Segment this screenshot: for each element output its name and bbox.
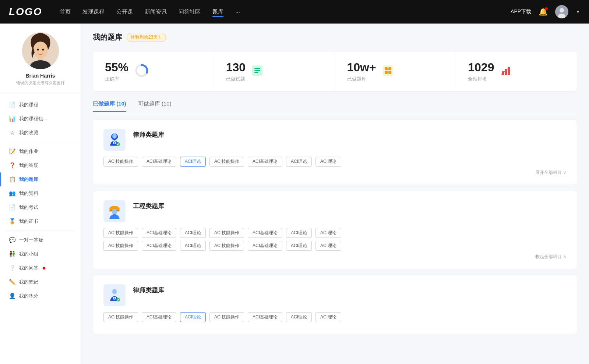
navbar-menu: 首页 发现课程 公开课 新闻资讯 问答社区 题库 ··· bbox=[60, 7, 511, 17]
sidebar-item-qbank[interactable]: 📋 我的题库 bbox=[0, 172, 81, 186]
svg-rect-20 bbox=[388, 71, 391, 74]
sidebar-profile: Brian Harris 错误的决定比没有决定要好 bbox=[0, 32, 81, 93]
stat-correct-rate-value: 55% bbox=[105, 60, 128, 74]
tab-done-banks[interactable]: 已做题库 (10) bbox=[93, 100, 126, 112]
profile-motto: 错误的决定比没有决定要好 bbox=[16, 80, 65, 86]
qbank-title-1: 律师类题库 bbox=[133, 129, 164, 141]
tag[interactable]: ACI技能操作 bbox=[209, 312, 244, 322]
sidebar: Brian Harris 错误的决定比没有决定要好 📄 我的课程 📊 我的课程包… bbox=[0, 24, 81, 364]
profile-avatar bbox=[22, 32, 59, 69]
nav-qa[interactable]: 问答社区 bbox=[179, 7, 201, 17]
sidebar-item-qa[interactable]: ❓ 我的答疑 bbox=[0, 158, 81, 172]
tag[interactable]: ACI基础理论 bbox=[248, 228, 282, 238]
tag[interactable]: ACI理论 bbox=[315, 228, 341, 238]
tag[interactable]: ACI技能操作 bbox=[103, 157, 138, 167]
lawyer-bank-icon bbox=[103, 129, 126, 151]
tag[interactable]: ACI基础理论 bbox=[142, 241, 176, 251]
tag[interactable]: ACI理论 bbox=[180, 241, 206, 251]
page-title-row: 我的题库 体验剩余23天！ bbox=[93, 32, 577, 42]
tags-row-1: ACI技能操作 ACI基础理论 ACI理论 ACI技能操作 ACI基础理论 AC… bbox=[103, 157, 567, 167]
qbank-card-2: 工程类题库 ACI技能操作 ACI基础理论 ACI理论 ACI技能操作 ACI基… bbox=[93, 191, 577, 269]
engineer-bank-icon bbox=[103, 200, 126, 222]
tag[interactable]: ACI基础理论 bbox=[142, 157, 176, 167]
tag[interactable]: ACI理论 bbox=[286, 312, 312, 322]
sidebar-item-label: 我的课程 bbox=[19, 101, 38, 108]
nav-qbank[interactable]: 题库 bbox=[212, 7, 223, 17]
question-dot bbox=[43, 267, 45, 270]
tag[interactable]: ACI基础理论 bbox=[248, 241, 282, 251]
tag[interactable]: ACI理论 bbox=[315, 312, 341, 322]
tab-available-banks[interactable]: 可做题库 (10) bbox=[138, 100, 172, 112]
qbank-title-2: 工程类题库 bbox=[133, 200, 164, 213]
sidebar-item-notes[interactable]: ✏️ 我的笔记 bbox=[0, 275, 81, 289]
nav-open-course[interactable]: 公开课 bbox=[116, 7, 133, 17]
cert-icon: 🏅 bbox=[9, 218, 15, 225]
sidebar-item-label: 我的课程包... bbox=[19, 115, 47, 122]
tag[interactable]: ACI基础理论 bbox=[248, 157, 282, 167]
tag[interactable]: ACI技能操作 bbox=[103, 312, 138, 322]
sidebar-item-group[interactable]: 👫 我的小组 bbox=[0, 247, 81, 261]
stat-correct-rate: 55% 正确率 bbox=[93, 51, 214, 91]
grid-icon bbox=[382, 65, 394, 78]
nav-home[interactable]: 首页 bbox=[60, 7, 71, 17]
nav-discover[interactable]: 发现课程 bbox=[82, 7, 105, 17]
qa-icon: ❓ bbox=[9, 162, 15, 169]
sidebar-item-label: 我的考试 bbox=[19, 204, 38, 211]
stat-rank-label: 全站排名 bbox=[468, 76, 494, 82]
page-title: 我的题库 bbox=[93, 32, 122, 42]
sidebar-item-course-package[interactable]: 📊 我的课程包... bbox=[0, 112, 81, 126]
qbank-card-1: 律师类题库 ACI技能操作 ACI基础理论 ACI理论 ACI技能操作 ACI基… bbox=[93, 119, 577, 185]
expand-link-1[interactable]: 展开全部科目 ∨ bbox=[103, 169, 567, 176]
sidebar-item-exam[interactable]: 📄 我的考试 bbox=[0, 200, 81, 214]
tag[interactable]: ACI理论 bbox=[286, 157, 312, 167]
sidebar-item-questions[interactable]: ❔ 我的问答 bbox=[0, 261, 81, 275]
chat-icon: 💬 bbox=[9, 237, 15, 243]
expand-link-2[interactable]: 收起全部科目 ∧ bbox=[103, 254, 567, 260]
stat-done-banks: 10w+ 已做题库 bbox=[335, 51, 456, 91]
tag[interactable]: ACI技能操作 bbox=[103, 241, 138, 251]
app-download-button[interactable]: APP下载 bbox=[511, 8, 531, 15]
sidebar-item-cert[interactable]: 🏅 我的证书 bbox=[0, 214, 81, 228]
tag[interactable]: ACI基础理论 bbox=[248, 312, 282, 322]
sidebar-item-label: 一对一答疑 bbox=[19, 237, 43, 243]
svg-point-26 bbox=[112, 133, 117, 139]
nav-more[interactable]: ··· bbox=[235, 7, 240, 17]
tag[interactable]: ACI理论 bbox=[180, 228, 206, 238]
bar-chart-icon bbox=[500, 65, 512, 78]
sidebar-item-points[interactable]: 👤 我的积分 bbox=[0, 289, 81, 303]
nav-news[interactable]: 新闻资讯 bbox=[145, 7, 167, 17]
profile-name: Brian Harris bbox=[25, 73, 55, 79]
tag[interactable]: ACI基础理论 bbox=[142, 228, 176, 238]
star-icon: ☆ bbox=[9, 129, 15, 136]
sidebar-item-favorites[interactable]: ☆ 我的收藏 bbox=[0, 126, 81, 140]
sidebar-item-profile[interactable]: 👥 我的资料 bbox=[0, 186, 81, 200]
sidebar-item-my-course[interactable]: 📄 我的课程 bbox=[0, 98, 81, 112]
stats-row: 55% 正确率 130 已做试题 bbox=[93, 51, 577, 92]
svg-point-33 bbox=[112, 289, 117, 294]
tag[interactable]: ACI理论 bbox=[315, 241, 341, 251]
trial-badge: 体验剩余23天！ bbox=[127, 33, 166, 42]
tag-active[interactable]: ACI理论 bbox=[180, 312, 206, 322]
svg-point-9 bbox=[42, 49, 44, 51]
avatar[interactable] bbox=[555, 5, 568, 18]
qbank-header-3: 律师类题库 bbox=[103, 284, 567, 306]
sidebar-divider-2 bbox=[6, 231, 75, 231]
sidebar-item-homework[interactable]: 📝 我的作业 bbox=[0, 144, 81, 158]
tag[interactable]: ACI技能操作 bbox=[103, 228, 138, 238]
tag[interactable]: ACI技能操作 bbox=[209, 241, 244, 251]
tag-active[interactable]: ACI理论 bbox=[180, 157, 206, 167]
tag[interactable]: ACI理论 bbox=[286, 228, 312, 238]
sidebar-item-1on1[interactable]: 💬 一对一答疑 bbox=[0, 233, 81, 247]
avatar-dropdown-icon[interactable]: ▼ bbox=[576, 9, 580, 14]
tag[interactable]: ACI理论 bbox=[286, 241, 312, 251]
svg-rect-16 bbox=[383, 65, 393, 76]
tag[interactable]: ACI技能操作 bbox=[209, 157, 244, 167]
tag[interactable]: ACI技能操作 bbox=[209, 228, 244, 238]
donut-chart-icon bbox=[134, 63, 149, 79]
tag[interactable]: ACI基础理论 bbox=[142, 312, 176, 322]
stat-done-questions-value: 130 bbox=[226, 60, 246, 74]
sidebar-item-label: 我的问答 bbox=[19, 265, 38, 271]
notification-bell-icon[interactable]: 🔔 bbox=[539, 7, 548, 16]
tag[interactable]: ACI理论 bbox=[315, 157, 341, 167]
qbank-icon: 📋 bbox=[9, 176, 15, 183]
